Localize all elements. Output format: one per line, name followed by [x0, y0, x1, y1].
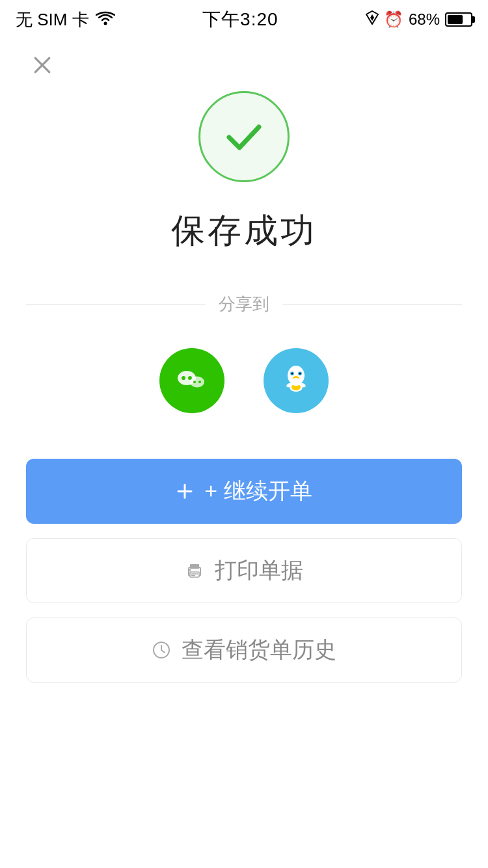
share-section: 分享到 [26, 293, 462, 413]
wechat-share-button[interactable] [159, 348, 224, 413]
svg-point-13 [299, 373, 301, 375]
continue-button[interactable]: + 继续开单 [26, 459, 462, 524]
success-title: 保存成功 [171, 208, 317, 254]
alarm-icon: ⏰ [384, 10, 403, 29]
svg-point-0 [103, 21, 107, 25]
clock-icon [152, 640, 171, 660]
divider-right [282, 304, 462, 305]
location-icon [366, 10, 379, 29]
svg-rect-23 [190, 564, 199, 569]
status-left: 无 SIM 卡 [16, 8, 115, 31]
no-sim-label: 无 SIM 卡 [16, 8, 89, 31]
wifi-icon [96, 10, 115, 30]
svg-point-27 [189, 569, 191, 571]
status-time: 下午3:20 [202, 7, 278, 32]
printer-icon [185, 561, 204, 580]
status-right: ⏰ 68% [366, 10, 472, 29]
close-button[interactable] [26, 49, 59, 81]
history-label: 查看销货单历史 [182, 635, 336, 665]
success-icon-circle [198, 91, 290, 182]
svg-point-19 [291, 378, 301, 386]
svg-rect-24 [190, 572, 199, 577]
battery-percent: 68% [409, 10, 440, 29]
history-button[interactable]: 查看销货单历史 [26, 617, 462, 683]
share-label: 分享到 [219, 293, 269, 316]
continue-label: + 继续开单 [204, 476, 312, 506]
status-bar: 无 SIM 卡 下午3:20 ⏰ 68% [0, 0, 488, 39]
battery-icon [445, 12, 472, 27]
divider-left [26, 304, 206, 305]
svg-line-30 [161, 650, 165, 653]
share-icons-row [159, 348, 329, 413]
plus-icon [176, 482, 194, 500]
main-content: 保存成功 分享到 [0, 39, 488, 683]
qq-share-button[interactable] [264, 348, 329, 413]
svg-point-12 [291, 373, 293, 375]
action-buttons: + 继续开单 打印单据 [26, 459, 462, 683]
print-button[interactable]: 打印单据 [26, 538, 462, 603]
print-label: 打印单据 [215, 556, 303, 586]
share-divider-row: 分享到 [26, 293, 462, 316]
